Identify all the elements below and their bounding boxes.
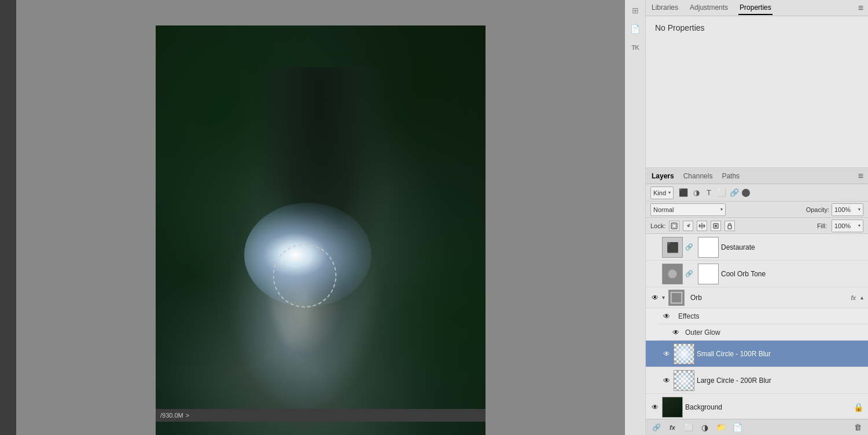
layers-list: ⬛ 🔗 Destaurate [646, 234, 868, 419]
tab-layers[interactable]: Layers [650, 170, 675, 182]
filter-kind-label: Kind [653, 189, 666, 196]
fill-label: Fill: [817, 222, 827, 229]
opacity-row: Opacity: 100% ▾ [806, 203, 863, 216]
filter-kind-select[interactable]: Kind ▾ [650, 187, 674, 199]
properties-menu-icon[interactable]: ≡ [858, 3, 863, 13]
background-lock-icon: 🔒 [854, 403, 863, 412]
blend-mode-row: Normal ▾ Opacity: 100% ▾ [646, 202, 868, 218]
new-group-icon[interactable]: 📁 [715, 422, 727, 433]
properties-tabs: Libraries Adjustments Properties ≡ [646, 0, 868, 16]
effects-visibility[interactable]: 👁 [662, 312, 671, 321]
effects-eye-icon: 👁 [663, 312, 670, 320]
fill-value: 100% [834, 222, 851, 229]
shape-filter-icon[interactable]: ⬜ [716, 188, 727, 198]
svg-rect-3 [715, 225, 717, 227]
layer-thumbnail-background [662, 397, 683, 418]
opacity-value: 100% [834, 206, 851, 213]
tab-properties[interactable]: Properties [738, 1, 773, 15]
adjust-filter-icon[interactable]: ◑ [691, 188, 701, 198]
icon-toolbar: ⊞ 📄 TK [625, 0, 646, 435]
fx-icon[interactable]: fx [667, 422, 678, 433]
properties-panel: Libraries Adjustments Properties ≡ No Pr… [646, 0, 868, 168]
add-mask-icon[interactable]: ⬜ [683, 422, 694, 433]
lock-all-btn[interactable] [724, 221, 735, 231]
svg-point-8 [668, 269, 676, 278]
layer-visibility-large-circle[interactable]: 👁 [662, 376, 671, 385]
layer-name-large-circle: Large Circle - 200R Blur [697, 376, 863, 385]
layer-mask-destaurate [698, 237, 719, 258]
right-panel: ⊞ 📄 TK Libraries Adjustments Properties … [625, 0, 868, 435]
canvas-wrapper: /930.0M > [156, 25, 486, 422]
outer-glow-visibility[interactable]: 👁 [671, 328, 681, 337]
chain-icon-destaurate: 🔗 [685, 243, 693, 251]
eye-icon-background: 👁 [652, 403, 659, 411]
layer-fx-orb[interactable]: fx [851, 294, 856, 301]
lock-artboard-btn[interactable] [711, 221, 721, 231]
tk-toolbar-btn[interactable]: TK [627, 39, 643, 56]
new-layer-icon[interactable]: 📄 [731, 422, 743, 433]
layer-name-cool-orb: Cool Orb Tone [721, 270, 863, 278]
layers-menu-icon[interactable]: ≡ [858, 171, 863, 181]
status-bar: /930.0M > [156, 409, 486, 422]
lock-transparent-btn[interactable] [669, 221, 679, 231]
layer-visibility-destaurate[interactable] [650, 243, 660, 252]
eye-icon-orb: 👁 [652, 294, 659, 302]
right-content: ⊞ 📄 TK Libraries Adjustments Properties … [625, 0, 868, 435]
layer-item-cool-orb[interactable]: 🔗 Cool Orb Tone [646, 261, 868, 287]
delete-layer-icon[interactable]: 🗑 [852, 422, 863, 433]
tab-channels[interactable]: Channels [682, 170, 714, 182]
layer-item-small-circle[interactable]: 👁 Small Circle - 100R Blur [646, 341, 868, 367]
layer-item-destaurate[interactable]: ⬛ 🔗 Destaurate [646, 234, 868, 261]
layer-thumbnail-small-circle [674, 343, 694, 364]
blend-mode-label: Normal [653, 206, 674, 213]
filter-dropdown-arrow: ▾ [668, 190, 671, 195]
color-filter-icon[interactable] [742, 189, 750, 197]
opacity-label: Opacity: [806, 206, 829, 213]
blend-mode-select[interactable]: Normal ▾ [650, 203, 726, 216]
layer-thumbnail-cool-orb [662, 264, 683, 284]
link-layers-icon[interactable]: 🔗 [650, 422, 662, 433]
left-toolbar [0, 0, 16, 435]
effects-text: Effects [678, 312, 699, 320]
file-toolbar-btn[interactable]: 📄 [627, 21, 643, 37]
group-header-orb[interactable]: 👁 ▾ Orb fx ▴ [646, 287, 868, 308]
libraries-toolbar-btn[interactable]: ⊞ [627, 2, 643, 19]
layer-visibility-background[interactable]: 👁 [650, 403, 660, 412]
lock-icons [669, 221, 735, 231]
layer-item-large-circle[interactable]: 👁 Large Circle - 200R Blur [646, 367, 868, 394]
effects-item: 👁 Effects [657, 308, 868, 324]
lock-image-btn[interactable] [683, 221, 693, 231]
adjustment-layer-icon[interactable]: ◑ [699, 422, 711, 433]
layer-visibility-cool-orb[interactable] [650, 269, 660, 279]
chevron-icon[interactable]: > [186, 412, 189, 419]
chain-icon-cool-orb: 🔗 [685, 270, 693, 277]
layers-bottom: 🔗 fx ⬜ ◑ 📁 📄 🗑 [646, 419, 868, 435]
no-properties-label: No Properties [646, 16, 868, 39]
layer-item-background[interactable]: 👁 Background 🔒 [646, 394, 868, 419]
opacity-dropdown-arrow: ▾ [858, 207, 860, 212]
type-filter-icon[interactable]: T [704, 188, 714, 198]
layer-visibility-orb[interactable]: 👁 [650, 293, 660, 302]
orb-children: 👁 Effects 👁 Outer Glow [646, 308, 868, 341]
tab-paths[interactable]: Paths [720, 170, 741, 182]
lock-move-btn[interactable] [697, 221, 707, 231]
lock-label: Lock: [650, 222, 665, 229]
opacity-select[interactable]: 100% ▾ [832, 203, 863, 216]
svg-rect-1 [672, 224, 676, 228]
tab-adjustments[interactable]: Adjustments [689, 1, 729, 15]
tab-libraries[interactable]: Libraries [650, 1, 679, 15]
canvas-image [156, 25, 486, 436]
layer-visibility-small-circle[interactable]: 👁 [662, 349, 671, 359]
layers-panel: Layers Channels Paths ≡ Kind ▾ ⬛ ◑ T [646, 168, 868, 435]
eye-icon-small-circle: 👁 [663, 350, 670, 358]
filter-icons: ⬛ ◑ T ⬜ 🔗 [678, 188, 750, 198]
layer-name-small-circle: Small Circle - 100R Blur [697, 350, 863, 358]
collapse-arrow-orb[interactable]: ▾ [662, 294, 665, 301]
smart-filter-icon[interactable]: 🔗 [729, 188, 740, 198]
pixel-filter-icon[interactable]: ⬛ [678, 188, 689, 198]
collapse-fx-arrow[interactable]: ▴ [860, 294, 863, 301]
fill-dropdown-arrow: ▾ [858, 223, 860, 228]
layer-name-background: Background [685, 403, 851, 411]
layer-thumbnail-destaurate: ⬛ [662, 237, 683, 258]
fill-select[interactable]: 100% ▾ [832, 220, 863, 232]
